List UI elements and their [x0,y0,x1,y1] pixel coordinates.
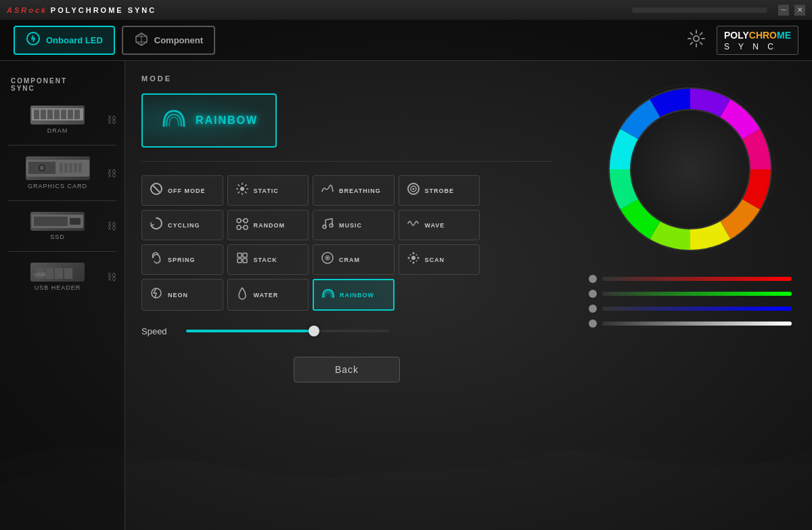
tab-component[interactable]: Component [122,26,215,55]
spring-icon [149,250,164,269]
music-icon [320,216,335,234]
mode-section-label: MODE [141,74,552,83]
gpu-image [26,156,90,180]
rainbow-icon [321,286,336,304]
sidebar-gpu-content: Graphics Card [8,156,107,190]
sidebar-usb-content: USB USB Header [8,263,107,291]
mode-btn-random[interactable]: RANDOM [227,210,309,240]
mode-btn-wave[interactable]: WAVE [399,210,480,240]
mode-btn-static[interactable]: STATIC [227,175,309,206]
scan-label: SCAN [425,257,445,263]
green-track[interactable] [602,292,792,296]
component-icon [134,31,149,49]
red-track[interactable] [602,277,792,281]
mode-btn-scan[interactable]: SCAN [399,244,480,275]
color-wheel-container[interactable] [595,74,785,264]
selected-mode-card[interactable]: RAINBOW [141,93,277,148]
svg-rect-26 [70,218,81,225]
red-slider-dot [589,275,597,283]
svg-point-34 [240,187,244,191]
tab-onboard-led[interactable]: Onboard LED [14,26,115,55]
rainbow-label: RAINBOW [340,292,374,299]
usb-link-icon: ⛓ [107,271,116,282]
color-wheel[interactable] [602,81,778,257]
svg-rect-20 [64,163,68,173]
sidebar-item-dram[interactable]: DRAM ⛓ [0,100,125,139]
water-label: WATER [254,292,279,299]
main-content: MODE RAINBOW [125,61,568,530]
svg-point-46 [237,219,241,223]
blue-track[interactable] [602,307,792,311]
random-icon [235,216,250,234]
mode-btn-cram[interactable]: CRAM [313,244,394,275]
mode-btn-strobe[interactable]: STROBE [399,175,480,206]
content-divider [141,161,552,162]
speed-slider[interactable] [186,324,389,338]
brand-text-line2: S Y N C [724,42,791,51]
speed-label: Speed [141,326,175,336]
sidebar-item-ssd[interactable]: SSD ⛓ [0,206,125,246]
gpu-label: Graphics Card [28,183,87,190]
window-controls: ─ ✕ [778,5,805,16]
sidebar-item-graphics[interactable]: Graphics Card ⛓ [0,151,125,195]
ssd-link-icon: ⛓ [107,221,116,231]
svg-rect-19 [60,163,63,173]
spring-label: SPRING [168,257,196,263]
nav-tabs: Onboard LED Component [14,26,215,55]
selected-mode-name: RAINBOW [196,114,258,127]
static-icon [235,181,250,200]
gpu-link-icon: ⛓ [107,168,116,179]
mode-btn-rainbow[interactable]: RAINBOW [313,279,394,311]
stack-icon [235,250,250,269]
cram-label: CRAM [339,257,360,263]
svg-rect-21 [69,163,72,173]
svg-point-63 [412,262,414,264]
sidebar-item-usb[interactable]: USB USB Header ⛓ [0,257,125,296]
usb-image: USB [30,263,85,282]
app-title: ASRock POLYCHROME SYNC [7,5,156,15]
speed-thumb[interactable] [309,326,319,336]
random-label: RANDOM [254,222,286,229]
svg-point-65 [417,257,419,259]
svg-rect-56 [238,259,242,263]
mode-btn-off[interactable]: OFF MODE [141,175,223,206]
back-button[interactable]: Back [294,357,400,382]
svg-line-42 [238,192,239,193]
dram-image [30,106,85,125]
white-track[interactable] [602,322,792,326]
close-button[interactable]: ✕ [794,5,805,16]
scan-icon [406,250,421,269]
cycling-label: CYCLING [168,222,200,229]
svg-line-39 [238,185,239,186]
blue-slider-dot [589,305,597,313]
mode-btn-neon[interactable]: NEON [141,279,223,311]
ssd-image [30,212,85,231]
mode-btn-water[interactable]: WATER [227,279,309,311]
mode-btn-stack[interactable]: STACK [227,244,309,275]
svg-point-64 [407,257,409,259]
ssd-label: SSD [50,234,65,240]
off-icon [149,181,164,200]
sidebar-divider-3 [8,251,116,252]
mode-btn-music[interactable]: MUSIC [313,210,394,240]
svg-rect-10 [47,110,53,119]
sidebar-dram-content: DRAM [8,106,107,134]
blue-slider-row [589,305,792,313]
back-btn-container: Back [141,349,552,391]
mode-btn-spring[interactable]: SPRING [141,244,223,275]
white-slider-dot [589,319,597,328]
svg-rect-8 [34,110,39,119]
minimize-button[interactable]: ─ [778,5,789,16]
mode-btn-breathing[interactable]: BREATHING [313,175,394,206]
title-bar: ASRock POLYCHROME SYNC ─ ✕ [0,0,812,20]
neon-label: NEON [168,292,188,299]
settings-icon[interactable] [687,29,706,52]
svg-rect-55 [243,253,247,257]
stack-label: STACK [254,257,277,263]
breathing-icon [320,181,335,200]
white-slider-row [589,319,792,328]
svg-rect-25 [34,217,68,226]
sidebar-divider-1 [8,145,116,146]
brand-logo: POLYCHROME S Y N C [717,26,798,54]
mode-btn-cycling[interactable]: CYCLING [141,210,223,240]
